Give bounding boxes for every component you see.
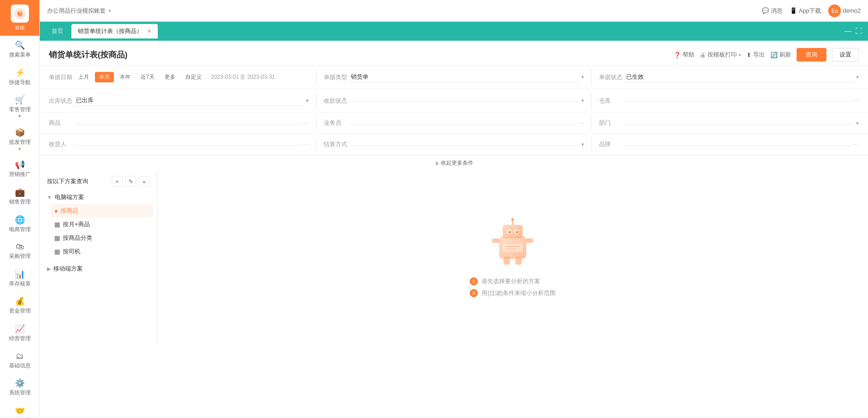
svg-text:畅: 畅 bbox=[17, 11, 23, 17]
sidebar-item-inventory[interactable]: 📊 库存核算 bbox=[0, 265, 39, 292]
sidebar-item-label: 零售管理 bbox=[9, 106, 31, 114]
sidebar-item-label: 批发管理 bbox=[9, 139, 31, 146]
docstatus-value: 已生效 bbox=[624, 72, 854, 82]
edit-scheme-button[interactable]: ✎ bbox=[125, 176, 136, 187]
tree-item-icon-driver: ▦ bbox=[54, 248, 60, 255]
sidebar-item-wholesale[interactable]: 📦 批发管理 ▲ bbox=[0, 123, 39, 156]
message-button[interactable]: 💬 消息 bbox=[762, 7, 783, 15]
department-content[interactable]: ▾ bbox=[624, 120, 859, 126]
sidebar-item-search[interactable]: 🔍 搜索菜单 bbox=[0, 36, 39, 63]
sidebar-item-enterprise[interactable]: 🤝 企业协同 bbox=[0, 401, 39, 418]
brand-dots-icon[interactable]: ··· bbox=[853, 140, 859, 148]
wholesale-icon: 📦 bbox=[15, 128, 25, 138]
avatar: Ea bbox=[828, 5, 841, 17]
sidebar-item-operations[interactable]: 📈 经营管理 bbox=[0, 319, 39, 347]
app-download-button[interactable]: 📱 App下载 bbox=[790, 7, 821, 15]
filter-cell-warehouse: 仓库 ··· bbox=[599, 94, 859, 108]
svg-point-7 bbox=[515, 231, 518, 233]
tab-minimize-icon[interactable]: — bbox=[844, 27, 852, 35]
filter-cell-date: 单据日期 上月 本月 本年 近7天 更多 自定义 2023-03-01 至 20… bbox=[49, 69, 309, 85]
sidebar-item-label: 系统管理 bbox=[9, 390, 31, 397]
collapse-bar[interactable]: ∧ 收起更多条件 bbox=[40, 155, 868, 171]
product-dots-icon[interactable]: ··· bbox=[303, 119, 309, 127]
tab-bar: 首页 销货单统计表（按商品） ✕ — ⛶ bbox=[40, 22, 868, 41]
ecom-icon: 🌐 bbox=[15, 215, 25, 225]
svg-rect-10 bbox=[504, 256, 510, 265]
filter-row-product: 商品 ··· 业务员 ··· 部门 bbox=[49, 116, 859, 130]
user-profile-button[interactable]: Ea demo2 bbox=[828, 5, 861, 17]
collectstatus-label: 收款状态 bbox=[324, 97, 349, 105]
date-btn-this-year[interactable]: 本年 bbox=[116, 72, 135, 82]
tree-item-by-category[interactable]: ▦ 按商品分类 bbox=[51, 231, 153, 245]
settings-button[interactable]: 设置 bbox=[832, 48, 859, 62]
sidebar-item-label: 销售管理 bbox=[9, 199, 31, 206]
logo-text: 标账 bbox=[15, 24, 25, 31]
refresh-button[interactable]: 🔄 刷新 bbox=[770, 51, 791, 59]
user-label: demo2 bbox=[843, 7, 861, 14]
svg-point-9 bbox=[511, 218, 514, 221]
date-btn-7days[interactable]: 近7天 bbox=[137, 72, 159, 82]
export-button[interactable]: ⬆ 导出 bbox=[746, 51, 765, 59]
outstatus-label: 出库状态 bbox=[49, 97, 74, 105]
svg-point-6 bbox=[508, 231, 510, 233]
warehouse-value bbox=[624, 100, 851, 102]
tree-item-by-driver[interactable]: ▦ 按司机 bbox=[51, 245, 153, 258]
workspace-selector[interactable]: 办公用品行业模拟账套 ▾ bbox=[47, 7, 111, 15]
logo-area[interactable]: 畅 标账 bbox=[0, 0, 39, 36]
tip-text-2: 用[过滤]条件来缩小分析范围 bbox=[481, 289, 555, 297]
payment-value bbox=[349, 143, 579, 146]
sidebar-item-finance[interactable]: 💰 资金管理 bbox=[0, 292, 39, 319]
date-btn-more[interactable]: 更多 bbox=[160, 72, 179, 82]
product-content: ··· bbox=[74, 119, 309, 127]
sidebar-item-system[interactable]: ⚙️ 系统管理 bbox=[0, 374, 39, 401]
tree-item-icon-month: ▦ bbox=[54, 221, 60, 228]
date-btn-last-month[interactable]: 上月 bbox=[74, 72, 93, 82]
sidebar-item-sales[interactable]: 💼 销售管理 bbox=[0, 183, 39, 210]
help-button[interactable]: ❓ 帮助 bbox=[674, 51, 694, 59]
tree-group-desktop-label: 电脑端方案 bbox=[55, 193, 84, 201]
outstatus-content[interactable]: 已出库 ▾ bbox=[74, 95, 309, 106]
doctype-content[interactable]: 销货单 ▾ bbox=[349, 72, 584, 82]
tree-group-desktop-header[interactable]: ▼ 电脑端方案 bbox=[43, 190, 153, 204]
docstatus-content[interactable]: 已生效 ▾ bbox=[624, 72, 859, 82]
tree-group-mobile-header[interactable]: ▶ 移动端方案 bbox=[43, 262, 153, 276]
add-scheme-button[interactable]: + bbox=[112, 176, 123, 187]
tab-report[interactable]: 销货单统计表（按商品） ✕ bbox=[71, 24, 158, 38]
sidebar-item-quicknav[interactable]: ⚡ 快捷导航 bbox=[0, 63, 39, 91]
date-btn-custom[interactable]: 自定义 bbox=[181, 72, 206, 82]
left-panel: 按以下方案查询 + ✎ « ▼ 电脑端方案 ● 按商 bbox=[40, 171, 157, 342]
collapse-panel-button[interactable]: « bbox=[139, 176, 150, 187]
tree-item-by-product[interactable]: ● 按商品 bbox=[51, 204, 153, 218]
print-button[interactable]: 🖨 按模板打印 ▾ bbox=[700, 51, 741, 59]
system-icon: ⚙️ bbox=[15, 378, 25, 388]
sidebar-item-basic[interactable]: 🗂 基础信息 bbox=[0, 347, 39, 374]
tab-expand-icon[interactable]: ⛶ bbox=[855, 27, 863, 35]
sidebar-item-marketing[interactable]: 📢 营销推广 bbox=[0, 155, 39, 183]
sidebar-item-retail[interactable]: 🛒 零售管理 ▼ bbox=[0, 90, 39, 123]
sales-icon: 💼 bbox=[15, 187, 25, 197]
main-data-area: ① 请先选择要分析的方案 ② 用[过滤]条件来缩小分析范围 bbox=[157, 171, 868, 342]
tree-item-by-month-product[interactable]: ▦ 按月+商品 bbox=[51, 218, 153, 231]
tab-close-icon[interactable]: ✕ bbox=[147, 28, 151, 34]
sidebar-item-label: 营销推广 bbox=[9, 171, 31, 178]
tree-group-mobile: ▶ 移动端方案 bbox=[43, 260, 153, 277]
finance-icon: 💰 bbox=[15, 296, 25, 306]
filter-cell-brand: 品牌 ··· bbox=[599, 138, 859, 151]
sidebar-item-label: 基础信息 bbox=[9, 362, 31, 370]
collectstatus-content[interactable]: ▾ bbox=[349, 98, 584, 104]
page-title: 销货单统计表(按商品) bbox=[49, 49, 127, 60]
receiver-value bbox=[74, 143, 301, 146]
warehouse-dots-icon[interactable]: ··· bbox=[853, 97, 859, 105]
salesperson-dots-icon[interactable]: ··· bbox=[578, 119, 584, 127]
receiver-dots-icon[interactable]: ··· bbox=[303, 140, 309, 148]
date-btn-this-month[interactable]: 本月 bbox=[95, 72, 114, 82]
department-label: 部门 bbox=[599, 119, 624, 127]
query-button[interactable]: 查询 bbox=[797, 48, 826, 62]
tree-children-desktop: ● 按商品 ▦ 按月+商品 ▦ 按商品分类 ▦ bbox=[43, 204, 153, 258]
tab-home[interactable]: 首页 bbox=[45, 24, 70, 38]
sidebar-item-ecom[interactable]: 🌐 电商管理 bbox=[0, 210, 39, 238]
payment-content[interactable]: ▾ bbox=[349, 142, 584, 147]
tree-item-icon-category: ▦ bbox=[54, 234, 60, 242]
download-icon: 📱 bbox=[790, 7, 797, 14]
sidebar-item-purchase[interactable]: 🛍 采购管理 bbox=[0, 238, 39, 265]
